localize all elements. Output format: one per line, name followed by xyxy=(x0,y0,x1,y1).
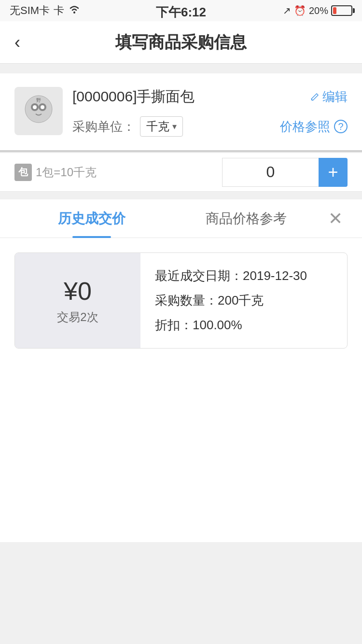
svg-point-5 xyxy=(41,105,44,109)
price-ref-label: 价格参照 xyxy=(280,118,330,135)
transaction-right-panel: 最近成交日期：2019-12-30 采购数量：200千克 折扣：100.00% xyxy=(140,253,347,348)
unit-icon-badge: 包 xyxy=(14,164,32,181)
location-icon: ↗ xyxy=(283,5,291,16)
edit-label: 编辑 xyxy=(322,88,348,105)
wifi-icon xyxy=(68,4,81,17)
svg-text:野: 野 xyxy=(36,98,41,103)
battery-fill xyxy=(333,7,336,14)
unit-icon-text: 包 xyxy=(18,166,28,179)
quantity-detail-label: 采购数量： xyxy=(155,293,218,308)
tab-price-ref-label: 商品价格参考 xyxy=(206,210,287,228)
product-card: 野 [0000006]手撕面包 编辑 采购单位： 千克 ▾ xyxy=(0,73,362,150)
quantity-row: 包 1包=10千克 + xyxy=(0,153,362,192)
back-button[interactable]: ‹ xyxy=(14,32,20,53)
status-left: 无SIM卡 卡 xyxy=(10,3,81,18)
price-ref-help-icon: ? xyxy=(334,120,348,133)
sim-icon: 卡 xyxy=(54,3,64,18)
tab-history-price[interactable]: 历史成交价 xyxy=(14,199,169,238)
nav-bar: ‹ 填写商品采购信息 xyxy=(0,21,362,64)
edit-button[interactable]: 编辑 xyxy=(310,88,348,105)
svg-point-0 xyxy=(73,12,75,14)
tab-close-button[interactable]: ✕ xyxy=(323,209,348,229)
product-image: 野 xyxy=(14,87,63,135)
discount-value: 100.00% xyxy=(193,318,242,332)
tab-price-ref[interactable]: 商品价格参考 xyxy=(169,199,323,238)
quantity-input-group: + xyxy=(222,158,348,187)
unit-dropdown-icon: ▾ xyxy=(172,121,177,132)
alarm-icon: ⏰ xyxy=(294,5,306,16)
battery-icon xyxy=(331,5,352,16)
tab-history-label: 历史成交价 xyxy=(58,210,125,228)
unit-conversion: 1包=10千克 xyxy=(36,165,97,180)
currency-symbol: ¥ xyxy=(64,277,78,305)
page-title: 填写商品采购信息 xyxy=(115,31,247,54)
discount-label: 折扣： xyxy=(155,318,193,332)
transaction-left-panel: ¥0 交易2次 xyxy=(15,253,140,348)
product-header: [0000006]手撕面包 编辑 xyxy=(72,87,348,107)
product-unit-row: 采购单位： 千克 ▾ 价格参照 ? xyxy=(72,116,348,137)
recent-date-row: 最近成交日期：2019-12-30 xyxy=(155,267,333,284)
recent-date-label: 最近成交日期： xyxy=(155,268,243,283)
status-bar: 无SIM卡 卡 下午6:12 ↗ ⏰ 20% xyxy=(0,0,362,21)
quantity-detail-value: 200千克 xyxy=(218,293,264,308)
battery-percent: 20% xyxy=(309,5,328,16)
transaction-price: ¥0 xyxy=(64,277,92,306)
status-time: 下午6:12 xyxy=(156,4,206,21)
transaction-card: ¥0 交易2次 最近成交日期：2019-12-30 采购数量：200千克 折扣：… xyxy=(14,252,348,349)
recent-date-value: 2019-12-30 xyxy=(243,268,307,283)
svg-point-4 xyxy=(33,105,37,109)
product-thumbnail-icon: 野 xyxy=(24,95,53,128)
quantity-row-detail: 采购数量：200千克 xyxy=(155,292,333,309)
unit-select[interactable]: 千克 ▾ xyxy=(140,116,183,137)
quantity-input[interactable] xyxy=(222,158,319,187)
transaction-count: 交易2次 xyxy=(57,309,98,325)
discount-row: 折扣：100.00% xyxy=(155,317,333,334)
tab-bar: 历史成交价 商品价格参考 ✕ xyxy=(0,199,362,238)
price-value: 0 xyxy=(78,277,92,305)
unit-info: 包 1包=10千克 xyxy=(14,164,97,181)
unit-value: 千克 xyxy=(146,119,169,134)
unit-label-text: 采购单位： xyxy=(72,118,135,135)
quantity-plus-button[interactable]: + xyxy=(319,158,348,187)
carrier-text: 无SIM卡 xyxy=(10,3,50,18)
product-info: [0000006]手撕面包 编辑 采购单位： 千克 ▾ 价格参照 ? xyxy=(72,87,348,137)
status-right: ↗ ⏰ 20% xyxy=(283,5,352,16)
tab-content-area: ¥0 交易2次 最近成交日期：2019-12-30 采购数量：200千克 折扣：… xyxy=(0,252,362,542)
unit-label: 采购单位： 千克 ▾ xyxy=(72,116,183,137)
tab-section: 历史成交价 商品价格参考 ✕ ¥0 交易2次 最近成交日期：2019-12-30… xyxy=(0,199,362,542)
divider xyxy=(0,150,362,152)
price-ref-button[interactable]: 价格参照 ? xyxy=(280,118,348,135)
plus-icon: + xyxy=(328,162,338,182)
product-name: [0000006]手撕面包 xyxy=(72,87,195,107)
